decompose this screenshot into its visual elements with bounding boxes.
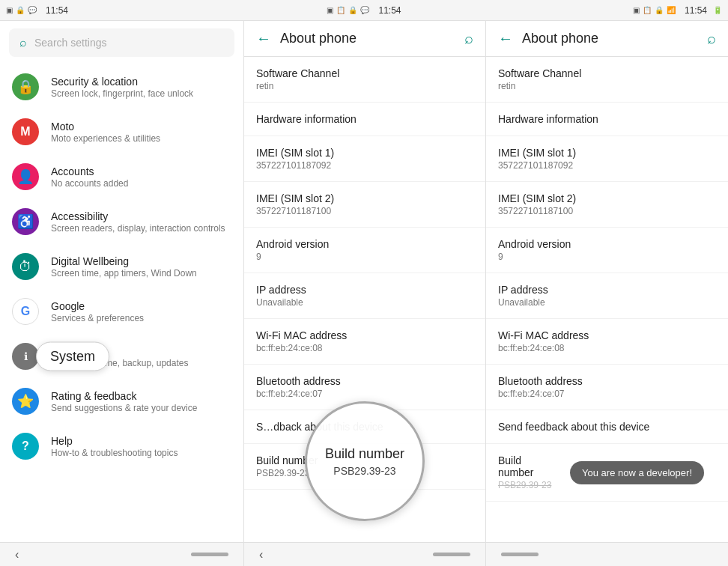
right-software-channel-subtitle: retin — [498, 81, 716, 91]
right-bottom-nav — [486, 542, 728, 566]
mid-hardware-info-title: Hardware information — [256, 113, 473, 125]
right-software-channel-title: Software Channel — [498, 67, 716, 79]
mid-search-icon[interactable]: ⌕ — [464, 30, 473, 47]
right-build[interactable]: Build number PSB29.39-23 You are now a d… — [486, 444, 728, 502]
sidebar-item-help[interactable]: ? Help How-to & troubleshooting topics — [0, 424, 243, 469]
status-icon-left-3: 💬 — [28, 6, 37, 14]
back-nav-left[interactable]: ‹ — [15, 548, 19, 562]
right-back-button[interactable]: ← — [498, 30, 513, 47]
help-icon: ? — [12, 433, 39, 460]
status-bar: ▣ 🔒 💬 11:54 ▣ 📋 🔒 💬 11:54 ▣ 📋 🔒 📶 11:54 … — [0, 0, 728, 21]
mid-about-title: About phone — [280, 31, 455, 46]
right-imei2[interactable]: IMEI (SIM slot 2) 357227101187100 — [486, 182, 728, 228]
right-ip-address[interactable]: IP address Unavailable — [486, 273, 728, 319]
wellbeing-icon: ⏱ — [12, 253, 39, 280]
status-icon-right-2: 📋 — [643, 6, 652, 14]
right-android-version[interactable]: Android version 9 — [486, 228, 728, 273]
search-bar[interactable]: ⌕ Search settings — [9, 28, 234, 57]
sidebar-item-rating[interactable]: ⭐ Rating & feedback Send suggestions & r… — [0, 379, 243, 424]
mid-imei1[interactable]: IMEI (SIM slot 1) 357227101187092 — [244, 136, 485, 182]
right-build-subtitle: PSB29.39-23 — [498, 480, 558, 490]
status-time-right: 11:54 — [685, 5, 707, 16]
mid-ip-address-title: IP address — [256, 284, 473, 296]
mid-imei2[interactable]: IMEI (SIM slot 2) 357227101187100 — [244, 182, 485, 228]
right-bluetooth[interactable]: Bluetooth address bc:ff:eb:24:ce:07 — [486, 365, 728, 410]
help-title: Help — [51, 435, 231, 447]
sidebar-item-google[interactable]: G Google Services & preferences — [0, 289, 243, 334]
security-text: Security & location Screen lock, fingerp… — [51, 76, 231, 99]
mid-android-version-subtitle: 9 — [256, 252, 473, 262]
mid-bottom-nav: ‹ — [244, 542, 485, 566]
security-title: Security & location — [51, 76, 231, 88]
sidebar-item-accounts[interactable]: 👤 Accounts No accounts added — [0, 154, 243, 199]
mid-wifi-mac[interactable]: Wi-Fi MAC address bc:ff:eb:24:ce:08 — [244, 319, 485, 365]
rating-icon: ⭐ — [12, 388, 39, 415]
mid-ip-address-subtitle: Unavailable — [256, 297, 473, 308]
mid-android-version[interactable]: Android version 9 — [244, 228, 485, 273]
right-android-version-title: Android version — [498, 238, 716, 250]
right-feedback[interactable]: Send feedback about this device — [486, 410, 728, 444]
sidebar-item-wellbeing[interactable]: ⏱ Digital Wellbeing Screen time, app tim… — [0, 244, 243, 289]
accounts-subtitle: No accounts added — [51, 178, 231, 189]
status-icon-mid-3: 🔒 — [348, 6, 357, 14]
wellbeing-subtitle: Screen time, app timers, Wind Down — [51, 268, 231, 279]
mid-software-channel-subtitle: retin — [256, 81, 473, 91]
right-wifi-mac[interactable]: Wi-Fi MAC address bc:ff:eb:24:ce:08 — [486, 319, 728, 365]
mid-about-header: ← About phone ⌕ — [244, 21, 485, 57]
right-build-title: Build number — [498, 454, 558, 478]
mid-bluetooth-title: Bluetooth address — [256, 375, 473, 387]
settings-list: 🔒 Security & location Screen lock, finge… — [0, 64, 243, 542]
status-icon-right-4: 📶 — [667, 6, 676, 14]
right-hardware-info: Hardware information — [486, 103, 728, 136]
right-build-text: Build number PSB29.39-23 — [498, 454, 558, 490]
accessibility-title: Accessibility — [51, 210, 231, 222]
rating-title: Rating & feedback — [51, 390, 231, 402]
left-bottom-nav: ‹ — [0, 542, 243, 566]
right-about-content: Software Channel retin Hardware informat… — [486, 57, 728, 542]
mid-software-channel[interactable]: Software Channel retin — [244, 57, 485, 103]
status-left: ▣ 🔒 💬 11:54 — [6, 3, 245, 17]
google-text: Google Services & preferences — [51, 300, 231, 323]
right-imei1[interactable]: IMEI (SIM slot 1) 357227101187092 — [486, 136, 728, 182]
mid-ip-address[interactable]: IP address Unavailable — [244, 273, 485, 319]
mid-imei1-subtitle: 357227101187092 — [256, 160, 473, 171]
right-bluetooth-subtitle: bc:ff:eb:24:ce:07 — [498, 389, 716, 399]
mid-back-button[interactable]: ← — [256, 30, 271, 47]
nav-pill-mid — [433, 553, 470, 556]
wellbeing-text: Digital Wellbeing Screen time, app timer… — [51, 255, 231, 279]
right-imei2-subtitle: 357227101187100 — [498, 206, 716, 216]
sidebar-item-accessibility[interactable]: ♿ Accessibility Screen readers, display,… — [0, 199, 243, 244]
accessibility-subtitle: Screen readers, display, interaction con… — [51, 223, 231, 234]
status-time-mid: 11:54 — [378, 5, 401, 16]
search-bar-placeholder: Search settings — [34, 37, 107, 49]
status-icon-mid-2: 📋 — [336, 6, 345, 14]
right-about-header: ← About phone ⌕ — [486, 21, 728, 57]
right-ip-address-title: IP address — [498, 284, 716, 296]
system-icon: ℹ — [12, 343, 39, 370]
accounts-text: Accounts No accounts added — [51, 165, 231, 189]
accounts-icon: 👤 — [12, 163, 39, 190]
sidebar-item-system[interactable]: ℹ System Languages, time, backup, update… — [0, 334, 243, 379]
right-search-icon[interactable]: ⌕ — [707, 30, 716, 47]
status-right: ▣ 📋 🔒 📶 11:54 🔋 — [483, 3, 722, 17]
moto-icon: M — [12, 118, 39, 145]
accessibility-text: Accessibility Screen readers, display, i… — [51, 210, 231, 234]
accounts-title: Accounts — [51, 165, 231, 177]
right-software-channel[interactable]: Software Channel retin — [486, 57, 728, 103]
status-time-left: 11:54 — [46, 5, 68, 16]
right-bluetooth-title: Bluetooth address — [498, 375, 716, 387]
status-icon-right-3: 🔒 — [655, 6, 664, 14]
mid-hardware-info: Hardware information — [244, 103, 485, 136]
build-circle-overlay: Build number PSB29.39-23 — [305, 401, 425, 521]
help-subtitle: How-to & troubleshooting topics — [51, 448, 231, 458]
mid-imei2-title: IMEI (SIM slot 2) — [256, 192, 473, 204]
back-nav-mid[interactable]: ‹ — [259, 548, 263, 562]
mid-imei1-title: IMEI (SIM slot 1) — [256, 147, 473, 159]
rating-subtitle: Send suggestions & rate your device — [51, 403, 231, 413]
right-about-title: About phone — [522, 31, 698, 46]
help-text: Help How-to & troubleshooting topics — [51, 435, 231, 458]
sidebar-item-moto[interactable]: M Moto Moto experiences & utilities — [0, 109, 243, 154]
sidebar-item-security[interactable]: 🔒 Security & location Screen lock, finge… — [0, 64, 243, 109]
mid-software-channel-title: Software Channel — [256, 67, 473, 79]
right-panel: ← About phone ⌕ Software Channel retin H… — [486, 21, 728, 566]
